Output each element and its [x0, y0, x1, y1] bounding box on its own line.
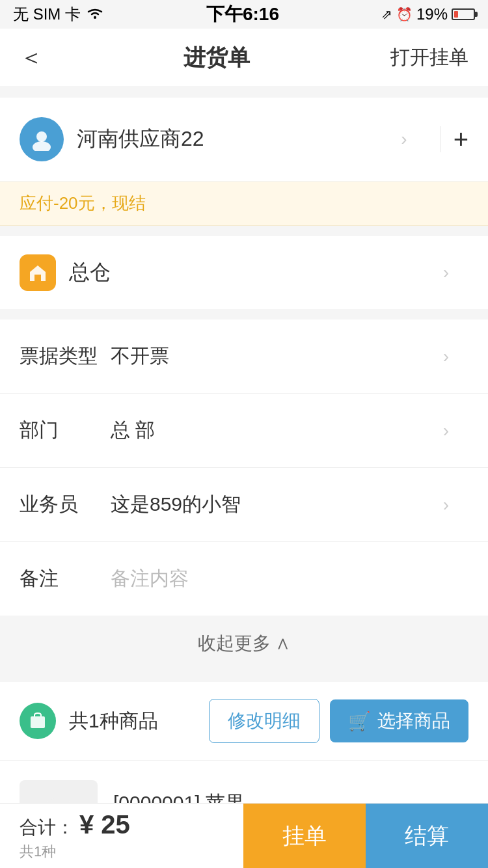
footer: 合计： ¥ 25 共1种 挂单 结算: [0, 803, 488, 868]
remark-placeholder[interactable]: 备注内容: [111, 565, 468, 592]
department-chevron: ›: [443, 420, 449, 441]
remark-label: 备注: [20, 565, 98, 592]
notice-text: 应付-20元，现结: [20, 193, 146, 213]
carrier-text: 无 SIM 卡: [13, 4, 81, 25]
supplier-section: 河南供应商22 › + 应付-20元，现结: [0, 98, 488, 226]
supplier-name: 河南供应商22: [77, 125, 401, 154]
edit-detail-button[interactable]: 修改明细: [209, 699, 319, 743]
battery-text: 19%: [416, 5, 448, 23]
department-label: 部门: [20, 417, 98, 444]
salesperson-value: 这是859的小智: [111, 491, 443, 518]
svg-point-0: [94, 16, 96, 19]
top-divider: [0, 87, 488, 98]
form-section: 票据类型 不开票 › 部门 总 部 › 业务员 这是859的小智 › 备注 备注…: [0, 319, 488, 616]
nav-bar: ＜ 进货单 打开挂单: [0, 29, 488, 87]
page-title: 进货单: [183, 43, 250, 73]
checkout-button[interactable]: 结算: [366, 804, 488, 868]
svg-rect-3: [34, 275, 41, 281]
hang-button[interactable]: 挂单: [243, 804, 366, 868]
product-count-icon: [20, 703, 56, 739]
warehouse-icon: [20, 254, 56, 291]
supplier-divider: [440, 126, 441, 152]
status-bar: 无 SIM 卡 下午6:16 ⇗ ⏰ 19%: [0, 0, 488, 29]
select-product-icon: 🛒: [348, 711, 371, 732]
select-product-label: 选择商品: [377, 709, 450, 733]
remark-row[interactable]: 备注 备注内容: [0, 542, 488, 616]
footer-total: 合计： ¥ 25 共1种: [0, 804, 243, 868]
product-count-label: 共1种商品: [69, 708, 209, 735]
warehouse-chevron-icon: ›: [443, 262, 449, 283]
invoice-type-value: 不开票: [111, 343, 443, 370]
footer-total-row: 合计： ¥ 25: [20, 810, 224, 840]
warehouse-name: 总仓: [69, 258, 443, 287]
supplier-chevron-icon: ›: [401, 129, 407, 150]
battery-icon: [452, 8, 475, 20]
alarm-icon: ⏰: [396, 7, 413, 22]
svg-rect-4: [31, 716, 45, 728]
select-product-button[interactable]: 🛒 选择商品: [330, 699, 468, 742]
warehouse-row[interactable]: 总仓 ›: [0, 236, 488, 309]
salesperson-row[interactable]: 业务员 这是859的小智 ›: [0, 468, 488, 542]
notice-bar: 应付-20元，现结: [0, 182, 488, 226]
collapse-row[interactable]: 收起更多 ∧: [0, 616, 488, 671]
open-hang-button[interactable]: 打开挂单: [390, 44, 468, 71]
divider-2: [0, 309, 488, 319]
invoice-type-chevron: ›: [443, 346, 449, 367]
wifi-icon: [86, 5, 104, 23]
invoice-type-row[interactable]: 票据类型 不开票 ›: [0, 319, 488, 394]
salesperson-label: 业务员: [20, 491, 98, 518]
salesperson-chevron: ›: [443, 495, 449, 515]
department-row[interactable]: 部门 总 部 ›: [0, 394, 488, 468]
svg-point-1: [36, 131, 47, 142]
status-left: 无 SIM 卡: [13, 4, 104, 25]
footer-sub-label: 共1种: [20, 840, 224, 861]
invoice-type-label: 票据类型: [20, 343, 98, 370]
svg-point-2: [33, 141, 51, 151]
department-value: 总 部: [111, 417, 443, 444]
warehouse-section[interactable]: 总仓 ›: [0, 236, 488, 309]
status-right: ⇗ ⏰ 19%: [381, 5, 475, 23]
add-button[interactable]: +: [454, 125, 468, 154]
product-header: 共1种商品 修改明细 🛒 选择商品: [0, 682, 488, 761]
status-time: 下午6:16: [206, 2, 279, 27]
footer-total-label: 合计：: [20, 815, 74, 840]
footer-total-amount: ¥ 25: [79, 810, 130, 839]
location-icon: ⇗: [381, 7, 392, 22]
supplier-row[interactable]: 河南供应商22 › +: [0, 98, 488, 182]
supplier-avatar: [20, 117, 64, 161]
divider-1: [0, 226, 488, 236]
back-button[interactable]: ＜: [20, 42, 43, 74]
collapse-label: 收起更多 ∧: [198, 631, 291, 656]
